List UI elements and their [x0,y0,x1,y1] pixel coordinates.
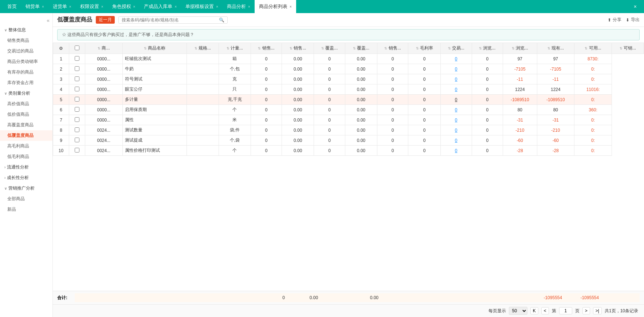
sidebar-section-流通性分析[interactable]: ›流通性分析 [0,162,52,173]
row-s7[interactable]: 0 [440,95,472,105]
share-button[interactable]: ⬆ 分享 [608,17,621,23]
sidebar-item-销售类商品[interactable]: 销售类商品 [0,35,52,46]
column-header-8[interactable]: ⇅ 销售... [377,43,408,54]
row-checkbox-input[interactable] [75,56,79,61]
page-input[interactable]: 1 [559,307,572,314]
column-header-9[interactable]: ⇅ 毛利率 [408,43,441,54]
table-container[interactable]: ⚙⇅ 商...⇅ 商品名称⇅ 规格...⇅ 计量...⇅ 销售...⇅ 销售..… [53,43,644,291]
search-input[interactable] [122,17,217,23]
row-checkbox[interactable] [69,95,85,105]
column-header-15[interactable]: ⇅ 可销... [612,43,644,54]
row-s7[interactable]: 0 [440,125,472,135]
row-checkbox[interactable] [69,115,85,125]
nav-close-icon[interactable]: × [69,5,71,9]
row-checkbox-input[interactable] [75,127,79,132]
sidebar-item-低毛利商品[interactable]: 低毛利商品 [0,151,52,162]
row-checkbox-input[interactable] [75,107,79,112]
nav-item-商品分析列表[interactable]: 商品分析列表× [255,0,296,13]
select-all-input[interactable] [75,45,79,50]
sidebar-item-商品分类动销率[interactable]: 商品分类动销率 [0,56,52,67]
column-header-0[interactable]: ⇅ 商... [85,43,123,54]
row-s7[interactable]: 0 [440,105,472,115]
row-s7[interactable]: 0 [440,115,472,125]
column-header-10[interactable]: ⇅ 交易... [440,43,472,54]
row-checkbox-input[interactable] [75,117,79,122]
row-checkbox[interactable] [69,84,85,95]
sidebar-item-有库存的商品[interactable]: 有库存的商品 [0,67,52,78]
settings-icon[interactable]: ⚙ [59,46,63,51]
row-checkbox[interactable] [69,64,85,74]
sidebar-item-高覆盖度商品[interactable]: 高覆盖度商品 [0,120,52,130]
row-s7[interactable]: 0 [440,84,472,95]
last-page-button[interactable]: >| [593,307,602,314]
row-s7[interactable]: 0 [440,74,472,84]
column-header-5[interactable]: ⇅ 销售... [282,43,314,54]
sidebar-item-全部商品[interactable]: 全部商品 [0,194,52,204]
row-checkbox[interactable] [69,74,85,84]
prev-page-button[interactable]: < [541,307,549,314]
select-all-checkbox[interactable] [69,43,85,54]
column-header-2[interactable]: ⇅ 规格... [186,43,219,54]
row-checkbox-input[interactable] [75,66,79,71]
nav-close-icon[interactable]: × [42,5,44,9]
column-header-6[interactable]: ⇅ 覆盖... [314,43,345,54]
row-s7[interactable]: 0 [440,135,472,146]
row-s3: 0 [314,74,345,84]
nav-item-角色授权[interactable]: 角色授权× [108,0,140,13]
window-close-button[interactable]: × [629,0,641,13]
column-header-1[interactable]: ⇅ 商品名称 [122,43,186,54]
column-settings[interactable]: ⚙ [53,43,69,54]
sidebar-section-整体信息[interactable]: ∨整体信息 [0,25,52,35]
page-size-select[interactable]: 2050100 [509,307,527,315]
sidebar-section-营销推广分析[interactable]: ∨营销推广分析 [0,183,52,194]
row-s7[interactable]: 0 [440,64,472,74]
row-s7[interactable]: 0 [440,146,472,156]
column-header-3[interactable]: ⇅ 计量... [219,43,251,54]
sidebar-section-成长性分析[interactable]: ›成长性分析 [0,173,52,183]
row-checkbox-input[interactable] [75,87,79,91]
nav-close-icon[interactable]: × [248,5,250,9]
nav-close-icon[interactable]: × [101,5,103,9]
row-name: 测试数量 [122,125,186,135]
sidebar-item-高价值商品[interactable]: 高价值商品 [0,99,52,109]
nav-item-产成品入库单[interactable]: 产成品入库单× [140,0,181,13]
next-page-button[interactable]: > [582,307,590,314]
sidebar-item-库存资金占用[interactable]: 库存资金占用 [0,78,52,88]
nav-item-商品分析[interactable]: 商品分析× [223,0,255,13]
sidebar-item-高毛利商品[interactable]: 高毛利商品 [0,141,52,151]
row-checkbox[interactable] [69,125,85,135]
row-checkbox[interactable] [69,105,85,115]
sidebar-item-新品[interactable]: 新品 [0,204,52,215]
nav-close-icon[interactable]: × [133,5,136,9]
row-checkbox[interactable] [69,146,85,156]
date-filter-button[interactable]: 近一月 [96,16,115,24]
nav-item-权限设置[interactable]: 权限设置× [76,0,108,13]
nav-item-首页[interactable]: 首页 [3,0,21,13]
sidebar-section-类别量分析[interactable]: ∨类别量分析 [0,88,52,99]
row-checkbox-input[interactable] [75,76,79,81]
row-checkbox[interactable] [69,135,85,146]
row-s7[interactable]: 0 [440,54,472,64]
nav-item-单据模板设置[interactable]: 单据模板设置× [181,0,223,13]
nav-item-销货单[interactable]: 销货单× [21,0,48,13]
first-page-button[interactable]: K [530,307,538,314]
column-header-14[interactable]: ⇅ 可用... [574,43,612,54]
nav-close-icon[interactable]: × [216,5,218,9]
sidebar-item-低价值商品[interactable]: 低价值商品 [0,109,52,120]
column-header-13[interactable]: ⇅ 现有... [537,43,574,54]
row-checkbox-input[interactable] [75,148,79,152]
row-checkbox-input[interactable] [75,138,79,142]
sidebar-collapse-button[interactable]: « [47,17,50,23]
sidebar-item-交易过的商品[interactable]: 交易过的商品 [0,46,52,56]
export-button[interactable]: ⬇ 导出 [626,17,640,23]
row-checkbox-input[interactable] [75,97,79,102]
column-header-12[interactable]: ⇅ 浏览... [503,43,537,54]
row-checkbox[interactable] [69,54,85,64]
column-header-4[interactable]: ⇅ 销售... [251,43,282,54]
nav-item-进货单[interactable]: 进货单× [48,0,76,13]
column-header-7[interactable]: ⇅ 覆盖... [345,43,377,54]
column-header-11[interactable]: ⇅ 浏览... [472,43,503,54]
sidebar-item-低覆盖度商品[interactable]: 低覆盖度商品 [0,130,52,141]
nav-close-icon[interactable]: × [290,5,292,9]
nav-close-icon[interactable]: × [174,5,177,9]
